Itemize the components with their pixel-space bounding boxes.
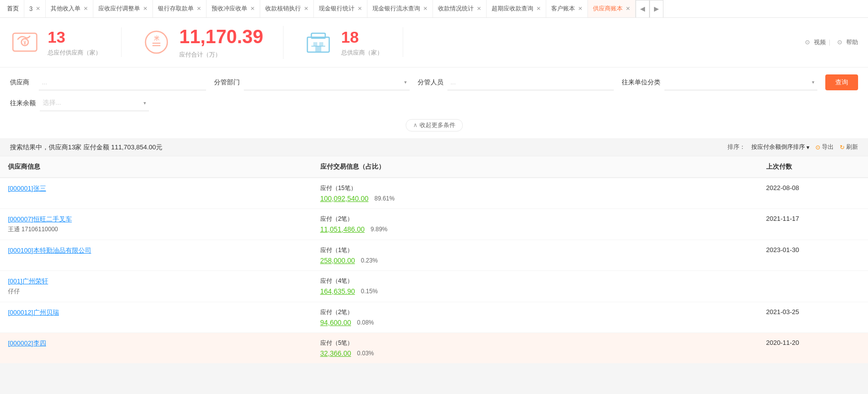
category-label: 往来单位分类 <box>622 78 660 87</box>
collapse-button[interactable]: ∧ 收起更多条件 <box>406 119 463 131</box>
stat-total-suppliers: 18 总供应商（家） <box>303 27 403 57</box>
nav-tab-3[interactable]: 3 ✕ <box>24 0 46 18</box>
transaction-count: 应付（4笔） <box>320 277 750 285</box>
nav-bar: 首页 3 ✕ 其他收入单 ✕ 应收应付调整单 ✕ 银行存取款单 ✕ 预收冲应收单… <box>0 0 868 18</box>
category-select[interactable]: ▾ <box>664 74 818 90</box>
transaction-percent: 89.61% <box>374 195 395 202</box>
supplier-info-cell: [000012]广州贝瑞 <box>0 302 312 332</box>
nav-tab-adjust[interactable]: 应收应付调整单 ✕ <box>93 0 153 18</box>
close-icon[interactable]: ✕ <box>250 5 255 12</box>
supplier-link[interactable]: [000001]张三 <box>8 185 46 192</box>
close-icon[interactable]: ✕ <box>358 5 362 12</box>
supplier-label: 供应商 <box>10 78 35 87</box>
refresh-icon: ↻ <box>840 144 845 151</box>
nav-prev-arrow[interactable]: ◀ <box>636 0 650 18</box>
person-label: 分管人员 <box>418 78 443 87</box>
supplier-link[interactable]: [000012]广州贝瑞 <box>8 309 59 316</box>
close-icon[interactable]: ✕ <box>626 5 630 12</box>
transaction-amount[interactable]: 258,000.00 <box>320 257 355 264</box>
payable-amount-number: 11,170.39 <box>179 26 263 49</box>
transaction-count: 应付（2笔） <box>320 215 750 223</box>
transaction-percent: 0.23% <box>361 257 378 264</box>
payable-suppliers-label: 总应付供应商（家） <box>48 49 101 57</box>
close-icon[interactable]: ✕ <box>423 5 428 12</box>
supplier-sub: 王通 17106110000 <box>8 225 304 234</box>
nav-tab-cash-bank-flow[interactable]: 现金银行流水查询 ✕ <box>367 0 433 18</box>
transaction-count: 应付（1笔） <box>320 246 750 255</box>
transaction-info-cell: 应付（2笔）94,600.000.08% <box>312 302 758 332</box>
payable-amount-icon: 米 <box>142 27 171 57</box>
person-input[interactable]: ... <box>447 74 614 90</box>
refresh-button[interactable]: ↻ 刷新 <box>840 143 858 151</box>
supplier-input[interactable]: ... <box>39 74 206 90</box>
table-header-row: 供应商信息 应付交易信息（占比） 上次付数 <box>0 156 868 178</box>
nav-next-arrow[interactable]: ▶ <box>650 0 663 18</box>
supplier-link[interactable]: [000002]李四 <box>8 339 46 347</box>
help-link[interactable]: 帮助 <box>846 38 858 47</box>
transaction-percent: 0.15% <box>361 288 378 295</box>
nav-tab-prepay[interactable]: 预收冲应收单 ✕ <box>207 0 260 18</box>
supplier-link[interactable]: [000100]本特勤油品有限公司 <box>8 247 91 254</box>
nav-tab-cash-bank-stat[interactable]: 现金银行统计 ✕ <box>314 0 367 18</box>
nav-tab-supplier-ledger[interactable]: 供应商账本 ✕ <box>588 0 636 18</box>
payable-amount-label: 应付合计（万） <box>179 51 263 59</box>
close-icon[interactable]: ✕ <box>197 5 201 12</box>
col-transaction-info: 应付交易信息（占比） <box>312 156 758 178</box>
nav-tab-collection[interactable]: 收款核销执行 ✕ <box>260 0 314 18</box>
export-button[interactable]: ⊙ 导出 <box>815 143 834 151</box>
nav-tab-home[interactable]: 首页 <box>2 0 24 18</box>
result-actions: 排序： 按应付余额倒序排序 ▾ ⊙ 导出 ↻ 刷新 <box>727 143 858 151</box>
filter-section: 供应商 ... 分管部门 ▾ 分管人员 ... 往来单位分类 ▾ 查询 <box>0 67 868 139</box>
nav-tab-bank[interactable]: 银行存取款单 ✕ <box>153 0 207 18</box>
close-icon[interactable]: ✕ <box>36 5 40 12</box>
table-container: 供应商信息 应付交易信息（占比） 上次付数 [000001]张三应付（15笔）1… <box>0 156 868 364</box>
svg-rect-11 <box>315 46 321 52</box>
close-icon[interactable]: ✕ <box>143 5 147 12</box>
transaction-info-cell: 应付（5笔）32,366.000.03% <box>312 332 758 363</box>
sort-value[interactable]: 按应付余额倒序排序 ▾ <box>751 143 809 151</box>
supplier-link[interactable]: [001]广州荣轩 <box>8 277 48 285</box>
close-icon[interactable]: ✕ <box>578 5 582 12</box>
table-row: [000100]本特勤油品有限公司应付（1笔）258,000.000.23%20… <box>0 240 868 270</box>
filter-row-1: 供应商 ... 分管部门 ▾ 分管人员 ... 往来单位分类 ▾ 查询 <box>10 74 858 90</box>
last-payment-cell: 2021-11-17 <box>758 208 868 240</box>
supplier-info-cell: [000001]张三 <box>0 178 312 209</box>
video-link[interactable]: 视频 <box>814 38 826 47</box>
nav-tab-collection-stat[interactable]: 收款情况统计 ✕ <box>433 0 487 18</box>
close-icon[interactable]: ✕ <box>477 5 481 12</box>
nav-tab-other-income[interactable]: 其他收入单 ✕ <box>46 0 93 18</box>
last-payment-cell <box>758 270 868 302</box>
supplier-info-cell: [000100]本特勤油品有限公司 <box>0 240 312 270</box>
transaction-info-cell: 应付（15笔）100,092,540.0089.61% <box>312 178 758 209</box>
svg-point-3 <box>145 31 167 53</box>
collapse-arrow-icon: ∧ <box>413 122 418 129</box>
svg-rect-10 <box>319 42 323 46</box>
supplier-info-cell: [000007]恒旺二手叉车王通 17106110000 <box>0 208 312 240</box>
last-payment-cell: 2023-01-30 <box>758 240 868 270</box>
supplier-link[interactable]: [000007]恒旺二手叉车 <box>8 215 72 223</box>
nav-tab-customer-ledger[interactable]: 客户账本 ✕ <box>546 0 588 18</box>
transaction-count: 应付（2笔） <box>320 308 750 317</box>
filter-row-2: 往来余额 选择... ▾ <box>10 95 858 111</box>
balance-select[interactable]: 选择... ▾ <box>40 95 149 111</box>
transaction-amount[interactable]: 32,366.00 <box>320 349 351 357</box>
stats-header: ¥ 13 总应付供应商（家） 米 11,170.39 应付合计（万） <box>0 18 868 67</box>
total-suppliers-number: 18 <box>341 28 383 47</box>
stat-payable-amount: 米 11,170.39 应付合计（万） <box>142 26 284 59</box>
nav-tab-overdue[interactable]: 超期应收款查询 ✕ <box>487 0 546 18</box>
data-table: 供应商信息 应付交易信息（占比） 上次付数 [000001]张三应付（15笔）1… <box>0 156 868 364</box>
filter-person: 分管人员 ... <box>418 74 614 90</box>
query-button[interactable]: 查询 <box>825 74 858 90</box>
supplier-info-cell: [000002]李四 <box>0 332 312 363</box>
transaction-amount[interactable]: 94,600.00 <box>320 319 351 327</box>
transaction-amount[interactable]: 11,051,486.00 <box>320 225 365 233</box>
total-suppliers-icon <box>303 27 333 57</box>
close-icon[interactable]: ✕ <box>536 5 541 12</box>
transaction-amount[interactable]: 164,635.90 <box>320 287 355 295</box>
close-icon[interactable]: ✕ <box>83 5 88 12</box>
transaction-amount[interactable]: 100,092,540.00 <box>320 195 368 202</box>
close-icon[interactable]: ✕ <box>304 5 308 12</box>
result-bar: 搜索结果中，供应商13家 应付金额 111,703,854.00元 排序： 按应… <box>0 139 868 156</box>
last-payment-cell: 2020-11-20 <box>758 332 868 363</box>
dept-select[interactable]: ▾ <box>244 74 410 90</box>
